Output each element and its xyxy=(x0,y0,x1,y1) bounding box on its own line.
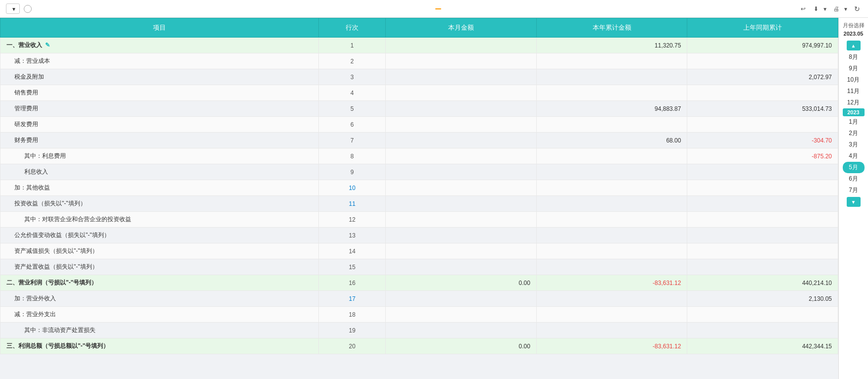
month-nav-down-button[interactable]: ▼ xyxy=(847,197,861,207)
cell-year-amount xyxy=(536,196,687,212)
print-button[interactable] xyxy=(833,5,848,12)
header-item: 项目 xyxy=(0,18,319,38)
header-year: 本年累计金额 xyxy=(536,18,687,38)
cell-month-amount xyxy=(386,243,537,259)
cell-year-amount: 68.00 xyxy=(536,133,687,148)
download-icon xyxy=(814,5,818,12)
cell-year-amount xyxy=(536,307,687,323)
cell-row-num: 20 xyxy=(318,338,385,354)
cell-row-num: 6 xyxy=(318,117,385,133)
cell-row-num: 3 xyxy=(318,69,385,85)
download-button[interactable] xyxy=(814,5,827,12)
cell-row-num: 8 xyxy=(318,148,385,164)
cell-prev-amount xyxy=(687,117,838,133)
cell-prev-amount: -875.20 xyxy=(687,148,838,164)
cell-month-amount xyxy=(386,323,537,338)
table-row: 税金及附加32,072.97 xyxy=(0,69,838,85)
cell-month-amount xyxy=(386,38,537,53)
cell-prev-amount xyxy=(687,259,838,275)
cell-item: 加：其他收益 xyxy=(0,180,319,196)
cell-item: 减：营业外支出 xyxy=(0,307,319,323)
month-item[interactable]: 3月 xyxy=(843,139,865,150)
cell-month-amount xyxy=(386,291,537,307)
cell-row-num: 16 xyxy=(318,275,385,291)
category-selector[interactable] xyxy=(6,3,20,14)
current-date: 2023.05 xyxy=(844,31,864,37)
cell-month-amount: 0.00 xyxy=(386,275,537,291)
cell-prev-amount xyxy=(687,243,838,259)
cell-month-amount xyxy=(386,133,537,148)
cell-month-amount xyxy=(386,148,537,164)
month-item[interactable]: 7月 xyxy=(843,185,865,196)
cell-prev-amount xyxy=(687,164,838,180)
table-row: 管理费用594,883.87533,014.73 xyxy=(0,101,838,117)
header-prev: 上年同期累计 xyxy=(687,18,838,38)
month-item[interactable]: 6月 xyxy=(843,173,865,185)
cell-item: 投资收益（损失以"-"填列） xyxy=(0,196,319,212)
cell-prev-amount: -304.70 xyxy=(687,133,838,148)
cell-row-num: 7 xyxy=(318,133,385,148)
cell-year-amount xyxy=(536,180,687,196)
cell-item: 二、营业利润（亏损以"-"号填列） xyxy=(0,275,319,291)
cell-year-amount xyxy=(536,164,687,180)
cell-item: 管理费用 xyxy=(0,101,319,117)
table-row: 资产处置收益（损失以"-"填列）15 xyxy=(0,259,838,275)
cell-row-num: 10 xyxy=(318,180,385,196)
download-arrow-icon xyxy=(822,5,827,12)
cell-year-amount xyxy=(536,323,687,338)
month-item[interactable]: 10月 xyxy=(843,74,865,86)
table-row: 加：其他收益10 xyxy=(0,180,838,196)
cell-row-num: 9 xyxy=(318,164,385,180)
cell-item: 其中：对联营企业和合营企业的投资收益 xyxy=(0,212,319,228)
month-item[interactable]: 2月 xyxy=(843,128,865,139)
cell-year-amount: 11,320.75 xyxy=(536,38,687,53)
cell-month-amount xyxy=(386,164,537,180)
table-row: 投资收益（损失以"-"填列）11 xyxy=(0,196,838,212)
cell-item: 研发费用 xyxy=(0,117,319,133)
cell-year-amount xyxy=(536,228,687,243)
cell-month-amount xyxy=(386,53,537,69)
table-row: 公允价值变动收益（损失以"-"填列）13 xyxy=(0,228,838,243)
cell-prev-amount: 2,130.05 xyxy=(687,291,838,307)
cell-year-amount xyxy=(536,291,687,307)
cell-year-amount xyxy=(536,212,687,228)
year-label[interactable]: 2023 xyxy=(843,108,865,116)
help-icon[interactable] xyxy=(24,5,32,13)
print-icon xyxy=(833,5,839,12)
cell-month-amount xyxy=(386,85,537,101)
table-row: 减：营业成本2 xyxy=(0,53,838,69)
cell-month-amount xyxy=(386,101,537,117)
month-item[interactable]: 5月 xyxy=(843,162,865,173)
refresh-icon xyxy=(854,5,860,13)
month-nav-up-button[interactable]: ▲ xyxy=(847,41,861,50)
cell-prev-amount: 440,214.10 xyxy=(687,275,838,291)
month-item[interactable]: 4月 xyxy=(843,150,865,162)
cell-month-amount xyxy=(386,117,537,133)
edit-icon[interactable]: ✎ xyxy=(45,42,50,48)
month-item[interactable]: 8月 xyxy=(843,51,865,63)
cell-item: 公允价值变动收益（损失以"-"填列） xyxy=(0,228,319,243)
cell-item: 销售费用 xyxy=(0,85,319,101)
cell-year-amount: -83,631.12 xyxy=(536,338,687,354)
cell-year-amount xyxy=(536,53,687,69)
month-item[interactable]: 9月 xyxy=(843,63,865,74)
back-button[interactable] xyxy=(801,5,808,12)
table-row: 财务费用768.00-304.70 xyxy=(0,133,838,148)
refresh-button[interactable] xyxy=(854,5,862,13)
cell-prev-amount xyxy=(687,323,838,338)
cell-year-amount xyxy=(536,259,687,275)
status-badge xyxy=(435,8,441,9)
month-item[interactable]: 11月 xyxy=(843,86,865,97)
month-item[interactable]: 12月 xyxy=(843,97,865,108)
cell-year-amount: -83,631.12 xyxy=(536,275,687,291)
cell-item: 其中：利息费用 xyxy=(0,148,319,164)
print-arrow-icon xyxy=(843,5,848,12)
table-row: 三、利润总额（亏损总额以"-"号填列）200.00-83,631.12442,3… xyxy=(0,338,838,354)
cell-year-amount: 94,883.87 xyxy=(536,101,687,117)
main-content: 项目 行次 本月金额 本年累计金额 上年同期累计 一、营业收入✎111,320.… xyxy=(0,18,838,379)
cell-item: 其中：非流动资产处置损失 xyxy=(0,323,319,338)
month-item[interactable]: 1月 xyxy=(843,116,865,128)
cell-year-amount xyxy=(536,117,687,133)
cell-row-num: 4 xyxy=(318,85,385,101)
cell-month-amount xyxy=(386,196,537,212)
